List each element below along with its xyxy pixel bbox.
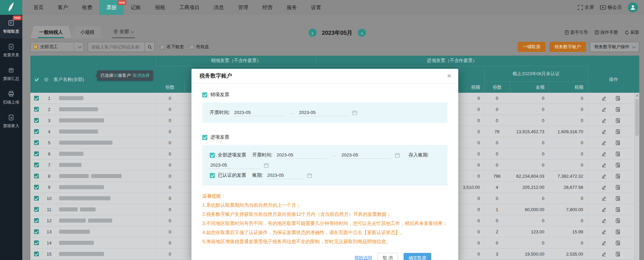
nav-item-invoices[interactable]: 票据 new: [99, 0, 124, 15]
nav-item-business-projects[interactable]: 工商项目: [172, 0, 207, 15]
sidebar-item-scan-upload[interactable]: 扫描上传: [0, 86, 22, 109]
view-document-icon[interactable]: [615, 96, 620, 101]
search-button[interactable]: [145, 42, 155, 52]
view-document-icon[interactable]: [615, 107, 620, 112]
customer-name-cell[interactable]: [56, 93, 156, 104]
edit-icon[interactable]: [601, 163, 607, 168]
customer-name-cell[interactable]: [56, 104, 156, 115]
nav-item-management[interactable]: 管理: [231, 0, 255, 15]
cancel-selection-link[interactable]: 取消选择: [133, 73, 150, 79]
edit-icon[interactable]: [601, 140, 607, 145]
view-document-icon[interactable]: [615, 140, 620, 145]
one-key-fetch-button[interactable]: 一键取票: [518, 42, 545, 52]
nav-item-settings[interactable]: 设置: [304, 0, 328, 15]
customer-name-cell[interactable]: [56, 171, 156, 181]
edit-icon[interactable]: [601, 229, 607, 234]
sidebar-item-invoice-issue[interactable]: 发票开具: [0, 38, 22, 62]
view-document-icon[interactable]: [615, 229, 620, 234]
nav-item-operations[interactable]: 经营: [255, 0, 280, 15]
scrollbar-thumb[interactable]: [635, 99, 639, 136]
customer-name-cell[interactable]: [56, 204, 156, 215]
customer-name-cell[interactable]: [56, 193, 156, 204]
view-document-icon[interactable]: [615, 129, 620, 134]
scroll-up-icon[interactable]: [636, 94, 639, 96]
edit-icon[interactable]: [601, 207, 607, 212]
row-checkbox[interactable]: [34, 96, 39, 100]
customer-name-cell[interactable]: [56, 182, 156, 193]
table-scrollbar[interactable]: [634, 93, 639, 260]
calendar-icon[interactable]: [395, 153, 400, 158]
edit-icon[interactable]: [601, 185, 607, 190]
customer-name-cell[interactable]: [56, 237, 156, 248]
tax-digital-account-ops-dropdown[interactable]: 税务数字账户操作: [590, 42, 639, 52]
view-document-icon[interactable]: [615, 163, 620, 168]
edit-icon[interactable]: [601, 174, 607, 179]
edit-icon[interactable]: [601, 252, 607, 257]
operation-manual-link[interactable]: 操作手册: [595, 29, 618, 35]
purchase-date-from-input[interactable]: [276, 151, 327, 159]
refresh-link[interactable]: 刷新: [625, 29, 639, 35]
certified-invoices-checkbox[interactable]: [210, 173, 215, 178]
newbie-guide-link[interactable]: 新手引导: [565, 29, 588, 35]
edit-icon[interactable]: [601, 151, 607, 156]
edit-icon[interactable]: [601, 129, 607, 134]
row-checkbox[interactable]: [34, 207, 39, 212]
edit-icon[interactable]: [601, 196, 607, 201]
row-checkbox[interactable]: [34, 140, 39, 145]
row-checkbox[interactable]: [34, 151, 39, 156]
member-button[interactable]: 畅会员: [600, 4, 622, 10]
tax-digital-account-button[interactable]: 税务数字账户: [549, 42, 586, 52]
edit-icon[interactable]: [601, 240, 607, 245]
row-checkbox[interactable]: [34, 240, 39, 245]
nav-item-home[interactable]: 首页: [26, 0, 51, 15]
all-purchase-invoices-checkbox[interactable]: [210, 153, 215, 158]
customer-name-cell[interactable]: [56, 137, 156, 148]
nav-item-messages[interactable]: 消息: [207, 0, 231, 15]
region-selector[interactable]: 全部: [112, 26, 135, 38]
view-document-icon[interactable]: [615, 185, 620, 190]
customer-name-cell[interactable]: [56, 249, 156, 259]
customer-name-cell[interactable]: [56, 126, 156, 137]
view-document-icon[interactable]: [615, 252, 620, 257]
certified-period-input[interactable]: [266, 172, 304, 179]
tab-small-scale[interactable]: 小规模: [72, 26, 103, 38]
row-checkbox[interactable]: [34, 107, 39, 112]
close-icon[interactable]: ✕: [447, 73, 452, 79]
customer-name-cell[interactable]: [56, 148, 156, 159]
deposit-period-input[interactable]: [210, 162, 260, 169]
customer-name-cell[interactable]: [56, 115, 156, 126]
select-all-checkbox[interactable]: [34, 77, 39, 82]
view-document-icon[interactable]: [615, 196, 620, 201]
purchase-invoice-checkbox[interactable]: [202, 135, 207, 140]
sidebar-item-smart-fetch[interactable]: new 智能取票: [0, 15, 22, 38]
edit-icon[interactable]: [601, 96, 607, 101]
edit-icon[interactable]: [601, 107, 607, 112]
nav-item-fees[interactable]: 收费: [75, 0, 99, 15]
nav-item-services[interactable]: 服务: [280, 0, 304, 15]
sales-date-to-input[interactable]: [298, 109, 349, 116]
nav-item-customers[interactable]: 客户: [51, 0, 75, 15]
confirm-fetch-button[interactable]: 确定取票: [404, 253, 431, 260]
row-checkbox[interactable]: [34, 185, 39, 190]
row-checkbox[interactable]: [34, 218, 39, 223]
sales-invoice-checkbox[interactable]: [202, 92, 207, 97]
next-month-button[interactable]: ›: [358, 29, 366, 37]
sales-date-from-input[interactable]: [233, 109, 284, 116]
own-accounts-checkbox[interactable]: 名下账套: [160, 44, 184, 50]
previous-month-button[interactable]: ‹: [308, 29, 316, 37]
row-checkbox[interactable]: [34, 129, 39, 134]
row-checkbox[interactable]: [34, 252, 39, 256]
gear-icon[interactable]: [44, 77, 49, 82]
view-document-icon[interactable]: [615, 218, 620, 223]
view-document-icon[interactable]: [615, 118, 620, 123]
sidebar-item-invoice-summary[interactable]: 票据汇总: [0, 62, 22, 86]
nav-item-tax-filing[interactable]: 报税: [148, 0, 172, 15]
row-checkbox[interactable]: [34, 163, 39, 167]
nav-item-bookkeeping[interactable]: 记账: [124, 0, 148, 15]
tab-general-taxpayer[interactable]: 一般纳税人: [30, 26, 72, 38]
edit-icon[interactable]: [601, 218, 607, 223]
cancel-button[interactable]: 取 消: [377, 253, 398, 260]
calendar-icon[interactable]: [307, 173, 312, 178]
view-document-icon[interactable]: [615, 174, 620, 179]
purchase-date-to-input[interactable]: [341, 151, 391, 159]
